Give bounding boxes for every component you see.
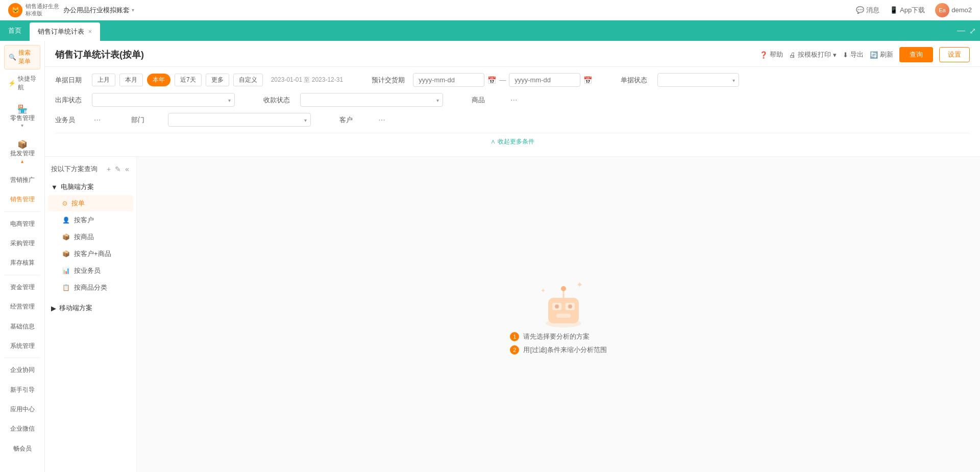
sidebar-item-basics[interactable]: 基础信息 <box>2 318 42 335</box>
calendar-start-icon[interactable]: 📅 <box>487 76 496 84</box>
avatar: Ea <box>935 3 949 17</box>
sidebar-item-sales[interactable]: 销售管理 <box>2 191 42 208</box>
by-order-icon: ⊙ <box>62 200 67 207</box>
svg-point-5 <box>555 304 559 309</box>
customer-more-button[interactable]: ··· <box>376 115 387 125</box>
app-logo-icon: 🐱 <box>8 3 22 17</box>
scheme-item-by-order[interactable]: ⊙ 按单 <box>48 195 133 211</box>
by-salesperson-icon: 📊 <box>62 267 70 274</box>
scheme-item-by-salesperson[interactable]: 📊 按业务员 <box>48 263 133 279</box>
by-goods-icon: 📦 <box>62 233 70 241</box>
sidebar-item-wholesale[interactable]: 📦 批发管理 ▴ <box>2 135 42 169</box>
sidebar-item-inventory[interactable]: 库存核算 <box>2 254 42 271</box>
query-button[interactable]: 查询 <box>899 47 933 62</box>
filter-row-1: 单据日期 上月 本月 本年 近7天 更多 自定义 2023-01-01 至 20… <box>55 73 970 87</box>
sidebar-item-operations[interactable]: 经营管理 <box>2 298 42 315</box>
scheme-item-by-goods[interactable]: 📦 按商品 <box>48 229 133 245</box>
content-wrapper: 按以下方案查询 + ✎ « ▼ 电脑端方案 ⊙ 按单 <box>45 157 980 472</box>
settings-button[interactable]: 设置 <box>939 47 970 62</box>
date-btn-last-7days[interactable]: 近7天 <box>175 74 202 86</box>
tab-expand-icon[interactable]: ⤢ <box>969 26 976 36</box>
sidebar-item-enterprise[interactable]: 企业协同 <box>2 361 42 379</box>
page-title: 销售订单统计表(按单) <box>55 49 144 61</box>
scheme-group-pc-header[interactable]: ▼ 电脑端方案 <box>45 179 136 195</box>
sidebar-item-apps[interactable]: 应用中心 <box>2 400 42 418</box>
help-icon: ❓ <box>760 51 768 59</box>
print-icon: 🖨 <box>789 51 796 59</box>
date-label: 单据日期 <box>55 76 84 85</box>
filter-area: 单据日期 上月 本月 本年 近7天 更多 自定义 2023-01-01 至 20… <box>45 67 980 157</box>
collapse-bar[interactable]: ∧ 收起更多条件 <box>55 133 970 150</box>
empty-illustration: ✦ ✦ <box>533 275 584 326</box>
sidebar-item-newbie[interactable]: 新手引导 <box>2 381 42 398</box>
out-status-select[interactable] <box>92 93 235 107</box>
date-btn-this-year[interactable]: 本年 <box>147 74 170 86</box>
help-button[interactable]: ❓ 帮助 <box>760 50 783 59</box>
sidebar-item-purchase[interactable]: 采购管理 <box>2 234 42 252</box>
goods-label: 商品 <box>472 96 500 105</box>
header-right: 💬 消息 📱 App下载 Ea demo2 <box>856 3 972 17</box>
status-label: 单据状态 <box>621 76 649 85</box>
scheme-panel-title: 按以下方案查询 <box>51 164 97 174</box>
scheme-group-mobile-header[interactable]: ▶ 移动端方案 <box>45 300 136 316</box>
retail-arrow-icon: ▾ <box>21 123 23 128</box>
expected-date-label: 预计交货期 <box>372 76 405 85</box>
expected-date-end[interactable] <box>509 73 580 87</box>
date-btn-last-month[interactable]: 上月 <box>92 74 115 86</box>
app-download-icon: 📱 <box>890 6 898 14</box>
filter-row-3: 业务员 ··· 部门 ▾ 客户 ··· <box>55 113 970 127</box>
empty-hints: 1 请先选择要分析的方案 2 用[过滤]条件来缩小分析范围 <box>510 332 606 355</box>
scheme-item-by-goods-category[interactable]: 📋 按商品分类 <box>48 279 133 296</box>
tab-sales-order-stats[interactable]: 销售订单统计表 × <box>30 22 100 41</box>
print-template-button[interactable]: 🖨 按模板打印 ▾ <box>789 50 837 59</box>
workspace-selector[interactable]: 办公用品行业模拟账套 ▾ <box>63 6 134 15</box>
export-button[interactable]: ⬇ 导出 <box>843 50 864 59</box>
scheme-panel: 按以下方案查询 + ✎ « ▼ 电脑端方案 ⊙ 按单 <box>45 157 137 472</box>
app-download-button[interactable]: 📱 App下载 <box>890 6 925 15</box>
sidebar-item-ecommerce[interactable]: 电商管理 <box>2 215 42 232</box>
sidebar-item-finance[interactable]: 资金管理 <box>2 278 42 296</box>
tab-minimize-icon[interactable]: — <box>957 26 965 35</box>
sidebar-divider-2 <box>4 275 40 275</box>
empty-hint-1: 1 请先选择要分析的方案 <box>510 332 606 341</box>
date-btn-this-month[interactable]: 本月 <box>119 74 143 86</box>
receive-status-select[interactable] <box>300 93 443 107</box>
mobile-group-label: 移动端方案 <box>59 303 92 313</box>
status-select[interactable] <box>657 73 739 87</box>
date-separator: — <box>499 76 506 84</box>
scheme-add-button[interactable]: + <box>106 164 112 174</box>
scheme-item-label-by-goods-category: 按商品分类 <box>74 283 107 292</box>
expected-date-start[interactable] <box>413 73 484 87</box>
svg-text:✦: ✦ <box>576 280 583 289</box>
refresh-button[interactable]: 🔄 刷新 <box>870 50 893 59</box>
sidebar-item-marketing[interactable]: 营销推广 <box>2 171 42 188</box>
page-header-actions: ❓ 帮助 🖨 按模板打印 ▾ ⬇ 导出 🔄 刷新 查询 设置 <box>760 47 970 62</box>
svg-text:✦: ✦ <box>541 287 546 294</box>
scheme-item-by-customer-goods[interactable]: 📦 按客户+商品 <box>48 246 133 262</box>
scheme-edit-button[interactable]: ✎ <box>114 164 122 174</box>
scheme-item-by-customer[interactable]: 👤 按客户 <box>48 212 133 228</box>
date-btn-custom[interactable]: 自定义 <box>233 74 263 86</box>
dept-select[interactable] <box>168 113 311 127</box>
page-header: 销售订单统计表(按单) ❓ 帮助 🖨 按模板打印 ▾ ⬇ 导出 🔄 刷新 <box>45 41 980 67</box>
tab-close-icon[interactable]: × <box>88 28 92 35</box>
message-button[interactable]: 💬 消息 <box>856 6 879 15</box>
app-logo-text: 销售通好生意 标准版 <box>26 3 59 16</box>
sidebar-item-member[interactable]: 畅会员 <box>2 440 42 457</box>
scheme-collapse-button[interactable]: « <box>124 164 130 174</box>
goods-more-button[interactable]: ··· <box>508 96 519 105</box>
tab-home[interactable]: 首页 <box>0 20 30 41</box>
scheme-item-label-by-order: 按单 <box>71 199 85 208</box>
scheme-panel-action-buttons: + ✎ « <box>106 164 130 174</box>
user-profile[interactable]: Ea demo2 <box>935 3 972 17</box>
sidebar-quick-nav[interactable]: ⚡ 快捷导航 <box>4 72 40 95</box>
out-status-select-wrapper: ▾ <box>92 93 235 107</box>
calendar-end-icon[interactable]: 📅 <box>583 76 592 84</box>
hint-number-1: 1 <box>510 332 519 341</box>
salesperson-more-button[interactable]: ··· <box>92 115 103 125</box>
sidebar-item-retail[interactable]: 🏪 零售管理 ▾ <box>2 100 42 133</box>
date-btn-more[interactable]: 更多 <box>206 74 229 86</box>
sidebar-search-button[interactable]: 🔍 搜索菜单 <box>4 45 40 69</box>
sidebar-item-system[interactable]: 系统管理 <box>2 337 42 355</box>
sidebar-item-wechat[interactable]: 企业微信 <box>2 420 42 437</box>
